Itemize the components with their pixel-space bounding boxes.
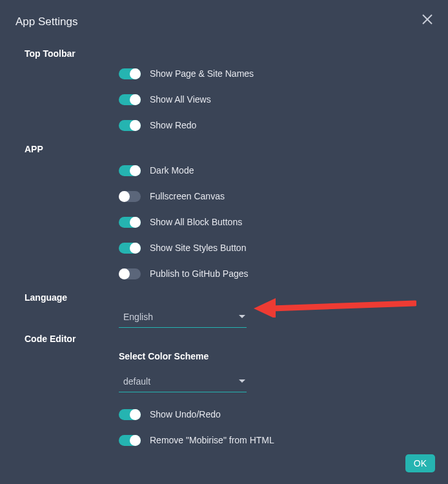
row-show-undo-redo: Show Undo/Redo <box>119 401 433 427</box>
language-select[interactable]: English <box>119 306 247 328</box>
toggle-show-page-site-names[interactable] <box>119 68 141 79</box>
row-label: Show Site Styles Button <box>150 243 246 253</box>
toggle-show-undo-redo[interactable] <box>119 409 141 420</box>
toggle-publish-github-pages[interactable] <box>119 268 141 279</box>
row-label: Show All Views <box>150 94 211 105</box>
toggle-remove-mobirise[interactable] <box>119 435 141 446</box>
close-button[interactable] <box>420 12 435 27</box>
row-remove-mobirise: Remove "Mobirise" from HTML <box>119 427 433 453</box>
row-label: Dark Mode <box>150 165 194 176</box>
toggle-show-redo[interactable] <box>119 120 141 131</box>
section-app: APP Dark Mode Fullscreen Canvas Show All… <box>15 143 433 287</box>
toggle-show-all-block-buttons[interactable] <box>119 217 141 228</box>
color-scheme-value: default <box>123 376 150 387</box>
section-label-top-toolbar: Top Toolbar <box>15 48 119 61</box>
row-label: Remove "Mobirise" from HTML <box>150 435 274 445</box>
row-label: Show All Block Buttons <box>150 217 242 227</box>
row-show-all-block-buttons: Show All Block Buttons <box>119 209 433 235</box>
row-label: Show Redo <box>150 120 196 130</box>
row-show-all-views: Show All Views <box>119 86 433 112</box>
row-fullscreen-canvas: Fullscreen Canvas <box>119 183 433 209</box>
chevron-down-icon <box>239 379 245 383</box>
modal-title: App Settings <box>15 15 433 28</box>
section-top-toolbar: Top Toolbar Show Page & Site Names Show … <box>15 48 433 138</box>
row-label: Publish to GitHub Pages <box>150 268 249 279</box>
row-label: Show Page & Site Names <box>150 68 254 79</box>
section-label-code-editor: Code Editor <box>15 333 119 346</box>
row-dark-mode: Dark Mode <box>119 157 433 183</box>
row-show-site-styles-button: Show Site Styles Button <box>119 235 433 261</box>
toggle-dark-mode[interactable] <box>119 165 141 176</box>
toggle-show-all-views[interactable] <box>119 94 141 105</box>
row-publish-github-pages: Publish to GitHub Pages <box>119 261 433 287</box>
ok-label: OK <box>414 458 427 469</box>
color-scheme-select[interactable]: default <box>119 370 247 392</box>
chevron-down-icon <box>239 315 245 318</box>
section-code-editor: Code Editor Select Color Scheme default … <box>15 333 433 453</box>
toggle-show-site-styles-button[interactable] <box>119 243 141 254</box>
section-label-language: Language <box>15 292 119 305</box>
row-show-redo: Show Redo <box>119 112 433 138</box>
code-editor-heading: Select Color Scheme <box>119 351 433 361</box>
section-language: Language English <box>15 292 433 328</box>
app-settings-modal: App Settings Top Toolbar Show Page & Sit… <box>0 0 448 484</box>
row-show-page-site-names: Show Page & Site Names <box>119 61 433 86</box>
section-label-app: APP <box>15 143 119 156</box>
toggle-fullscreen-canvas[interactable] <box>119 191 141 202</box>
row-label: Fullscreen Canvas <box>150 191 225 201</box>
close-icon <box>420 12 435 27</box>
language-value: English <box>123 312 153 322</box>
ok-button[interactable]: OK <box>405 454 435 472</box>
row-label: Show Undo/Redo <box>150 409 221 419</box>
